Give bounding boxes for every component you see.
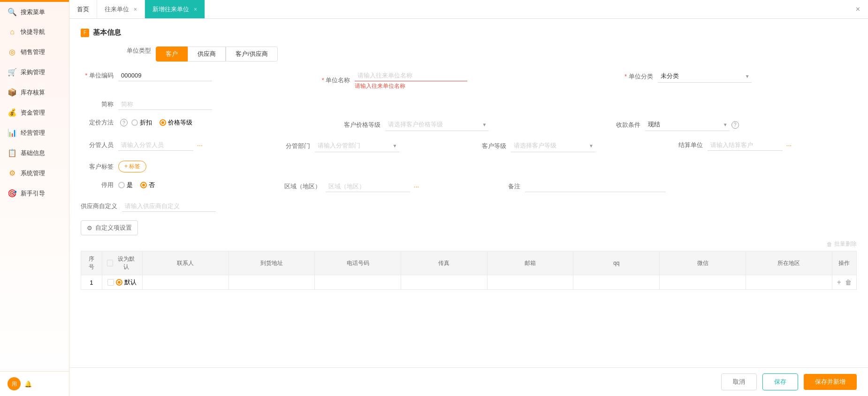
pricing-radio-discount[interactable]: 折扣 (131, 118, 152, 127)
batch-delete-label[interactable]: 批量删除 (834, 240, 857, 248)
section-icon: F (81, 29, 89, 37)
dept-select[interactable]: 请输入分管部门 ▼ (315, 140, 399, 152)
cell-address[interactable] (228, 275, 315, 290)
cell-phone[interactable] (315, 275, 401, 290)
phone-input[interactable] (320, 279, 396, 286)
disabled-radio-no[interactable]: 否 (140, 181, 155, 189)
tab-home[interactable]: 首页 (69, 0, 97, 18)
payment-terms-help-icon[interactable]: ? (731, 121, 739, 129)
section-title: 基本信息 (93, 28, 121, 37)
cell-wechat[interactable] (660, 275, 746, 290)
sidebar-item-basic-info[interactable]: 📋 基础信息 (0, 143, 69, 163)
unit-type-row: 单位类型 客户 供应商 客户/供应商 (118, 47, 857, 62)
sidebar-item-sales[interactable]: ◎ 销售管理 (0, 42, 69, 62)
disabled-label: 停用 (81, 181, 118, 189)
col-seq: 序号 (81, 251, 102, 275)
default-label: 默认 (124, 278, 137, 287)
settlement-more-btn[interactable]: ··· (784, 141, 794, 149)
field-dept: 分管部门 请输入分管部门 ▼ (277, 140, 464, 152)
save-new-button[interactable]: 保存并新增 (804, 374, 857, 390)
unit-name-error: 请输入往来单位名称 (355, 82, 467, 90)
table-section: ⚙ 自定义项设置 🗑 批量删除 序号 设为默认 (81, 220, 857, 290)
footer: 取消 保存 保存并新增 (69, 367, 868, 396)
tab-partners-close[interactable]: × (134, 6, 137, 13)
field-customer-tag: 客户标签 + 标签 (81, 161, 857, 172)
row-checkbox[interactable] (107, 279, 114, 286)
supplier-custom-label: 供应商自定义 (81, 202, 122, 210)
custom-settings-button[interactable]: ⚙ 自定义项设置 (81, 220, 138, 235)
field-short-name: 简称 (81, 99, 857, 110)
wechat-input[interactable] (664, 279, 741, 286)
add-row-btn[interactable]: + (837, 278, 841, 287)
cell-email[interactable] (487, 275, 573, 290)
batch-delete-row: 🗑 批量删除 (81, 240, 857, 248)
field-pricing: 定价方法 ? 折扣 价格等级 (81, 118, 330, 127)
sidebar-item-system[interactable]: ⚙ 系统管理 (0, 163, 69, 183)
short-name-input[interactable] (118, 99, 212, 110)
qq-input[interactable] (578, 279, 655, 286)
payment-terms-label: 收款条件 (608, 121, 645, 129)
select-all-checkbox[interactable] (107, 260, 114, 266)
unit-code-label: 单位编码 (81, 71, 118, 80)
pricing-radio-level[interactable]: 价格等级 (160, 118, 192, 127)
tab-home-label: 首页 (77, 5, 89, 14)
customer-level-select[interactable]: 请选择客户等级 ▼ (511, 140, 595, 152)
sidebar-item-search[interactable]: 🔍 搜索菜单 (0, 2, 69, 22)
cell-qq[interactable] (573, 275, 660, 290)
sidebar-item-purchase[interactable]: 🛒 采购管理 (0, 62, 69, 82)
field-disabled: 停用 是 否 (81, 181, 266, 189)
cell-region[interactable] (746, 275, 832, 290)
sidebar-item-guide[interactable]: 🎯 新手引导 (0, 183, 69, 203)
sidebar-search-label: 搜索菜单 (21, 8, 45, 16)
pricing-discount-label: 折扣 (140, 118, 152, 127)
form-row-manager: 分管人员 ··· 分管部门 请输入分管部门 ▼ 客户等级 请选择客户等级 ▼ 结… (81, 140, 857, 152)
settlement-input[interactable] (708, 140, 783, 151)
tabs-close-all[interactable]: ✕ (848, 0, 868, 18)
contact-input[interactable] (147, 279, 224, 286)
type-btn-customer[interactable]: 客户 (156, 47, 188, 62)
unit-category-select[interactable]: 未分类 ▼ (658, 70, 752, 83)
sidebar-item-inventory[interactable]: 📦 库存核算 (0, 82, 69, 102)
add-tag-button[interactable]: + 标签 (118, 161, 146, 172)
tab-new-partner-close[interactable]: × (194, 6, 197, 13)
customer-level-arrow: ▼ (589, 143, 595, 148)
sidebar-item-finance[interactable]: 💰 资金管理 (0, 102, 69, 123)
save-button[interactable]: 保存 (762, 373, 798, 390)
unit-name-input[interactable] (355, 70, 467, 81)
tab-partners[interactable]: 往来单位 × (97, 0, 145, 18)
cell-action: + 🗑 (832, 275, 856, 290)
col-qq: qq (573, 251, 660, 275)
address-input[interactable] (234, 279, 310, 286)
disabled-radio-yes[interactable]: 是 (118, 181, 133, 189)
cell-contact[interactable] (143, 275, 229, 290)
pricing-label: 定价方法 (81, 118, 118, 127)
pricing-help-icon[interactable]: ? (120, 119, 128, 126)
radio-discount-circle (131, 119, 138, 126)
field-unit-code: 单位编码 (81, 70, 317, 81)
supplier-custom-input[interactable] (122, 201, 216, 212)
sidebar-item-operations[interactable]: 📊 经营管理 (0, 123, 69, 143)
email-input[interactable] (492, 279, 569, 286)
fax-input[interactable] (406, 279, 482, 286)
region-input[interactable] (326, 181, 410, 192)
type-btn-both[interactable]: 客户/供应商 (226, 47, 278, 62)
manager-input[interactable] (118, 140, 193, 151)
system-icon: ⚙ (8, 169, 17, 178)
region-more-btn[interactable]: ··· (412, 183, 421, 190)
type-btn-supplier[interactable]: 供应商 (188, 47, 226, 62)
tab-new-partner[interactable]: 新增往来单位 × (145, 0, 205, 18)
cell-fax[interactable] (401, 275, 487, 290)
cancel-button[interactable]: 取消 (721, 373, 757, 390)
sound-icon: 🔔 (24, 380, 32, 388)
unit-code-input[interactable] (118, 70, 212, 81)
remark-input[interactable] (525, 181, 666, 192)
manager-more-btn[interactable]: ··· (195, 141, 205, 149)
sidebar-guide-label: 新手引导 (21, 189, 45, 198)
region-table-input[interactable] (751, 279, 827, 286)
delete-row-btn[interactable]: 🗑 (845, 279, 852, 286)
sidebar-item-quick-nav[interactable]: ⌂ 快捷导航 (0, 22, 69, 42)
default-radio[interactable]: 默认 (116, 278, 137, 287)
payment-terms-select[interactable]: 现结 ▼ (645, 118, 730, 131)
sidebar-finance-label: 资金管理 (21, 109, 45, 117)
customer-price-select[interactable]: 请选择客户价格等级 ▼ (385, 118, 488, 131)
